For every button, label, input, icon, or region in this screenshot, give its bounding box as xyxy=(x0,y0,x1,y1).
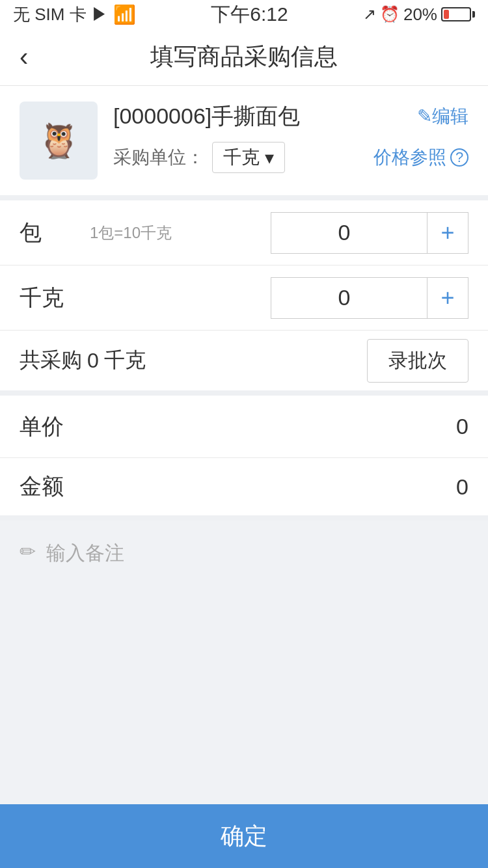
unit-bao-label: 包 xyxy=(20,218,85,248)
amount-value: 0 xyxy=(456,474,468,500)
status-bar: 无 SIM 卡 ▶ 📶 下午6:12 ↗ ⏰ 20% xyxy=(0,0,488,29)
quantity-row-bao: 包 1包=10千克 + xyxy=(0,200,488,265)
amount-row: 金额 0 xyxy=(0,458,488,521)
qty-input-group-bao: + xyxy=(271,212,468,254)
qty-input-kg[interactable] xyxy=(271,277,427,319)
unit-price-value: 0 xyxy=(456,414,468,439)
location-icon: ↗ xyxy=(363,5,376,23)
unit-section: 采购单位： 千克 ▾ xyxy=(113,142,285,173)
confirm-label: 确定 xyxy=(221,821,267,852)
alarm-icon: ⏰ xyxy=(380,5,400,23)
price-ref-button[interactable]: 价格参照 ? xyxy=(373,145,468,170)
nav-bar: ‹ 填写商品采购信息 xyxy=(0,29,488,86)
wifi-icon: 📶 xyxy=(113,4,136,25)
battery-percent: 20% xyxy=(403,5,437,25)
unit-bao-sub: 1包=10千克 xyxy=(90,223,172,243)
plus-button-kg[interactable]: + xyxy=(427,277,468,319)
unit-price-row: 单价 0 xyxy=(0,396,488,458)
info-icon: ? xyxy=(450,148,468,167)
status-time: 下午6:12 xyxy=(211,1,288,28)
pencil-icon: ✏ xyxy=(20,540,36,563)
product-card: 🦉 [0000006]手撕面包 ✎编辑 采购单位： 千克 ▾ 价格参照 ? xyxy=(0,86,488,200)
summary-text: 共采购 0 千克 xyxy=(20,346,146,375)
summary-row: 共采购 0 千克 录批次 xyxy=(0,331,488,396)
remark-area[interactable]: ✏ 输入备注 xyxy=(0,521,488,599)
unit-label: 采购单位： xyxy=(113,145,204,170)
product-unit-row: 采购单位： 千克 ▾ 价格参照 ? xyxy=(113,142,468,173)
batch-button[interactable]: 录批次 xyxy=(367,339,468,383)
summary-quantity: 0 xyxy=(87,349,99,373)
unit-kg-label: 千克 xyxy=(20,283,85,313)
back-button[interactable]: ‹ xyxy=(20,36,34,78)
page-title: 填写商品采购信息 xyxy=(150,41,338,73)
product-header: [0000006]手撕面包 ✎编辑 xyxy=(113,102,468,131)
plus-button-bao[interactable]: + xyxy=(427,212,468,254)
no-sim-label: 无 SIM 卡 ▶ xyxy=(13,3,108,26)
price-ref-label: 价格参照 xyxy=(373,145,446,170)
unit-price-label: 单价 xyxy=(20,412,64,442)
qty-input-group-kg: + xyxy=(271,277,468,319)
status-right: ↗ ⏰ 20% xyxy=(363,5,475,25)
confirm-button[interactable]: 确定 xyxy=(0,804,488,868)
remark-placeholder: 输入备注 xyxy=(46,540,124,567)
product-logo: 🦉 xyxy=(38,121,80,161)
chevron-down-icon: ▾ xyxy=(265,147,274,169)
edit-button[interactable]: ✎编辑 xyxy=(417,104,468,129)
unit-value: 千克 xyxy=(223,145,260,170)
unit-select[interactable]: 千克 ▾ xyxy=(212,142,285,173)
status-left: 无 SIM 卡 ▶ 📶 xyxy=(13,3,136,26)
summary-label: 共采购 xyxy=(20,346,82,375)
battery-icon xyxy=(441,7,475,21)
product-info: [0000006]手撕面包 ✎编辑 采购单位： 千克 ▾ 价格参照 ? xyxy=(113,102,468,173)
product-name: [0000006]手撕面包 xyxy=(113,102,300,131)
quantity-row-kg: 千克 + xyxy=(0,265,488,331)
summary-unit: 千克 xyxy=(104,346,146,375)
product-thumbnail: 🦉 xyxy=(20,102,98,180)
qty-input-bao[interactable] xyxy=(271,212,427,254)
amount-label: 金额 xyxy=(20,472,64,502)
empty-space xyxy=(0,599,488,794)
